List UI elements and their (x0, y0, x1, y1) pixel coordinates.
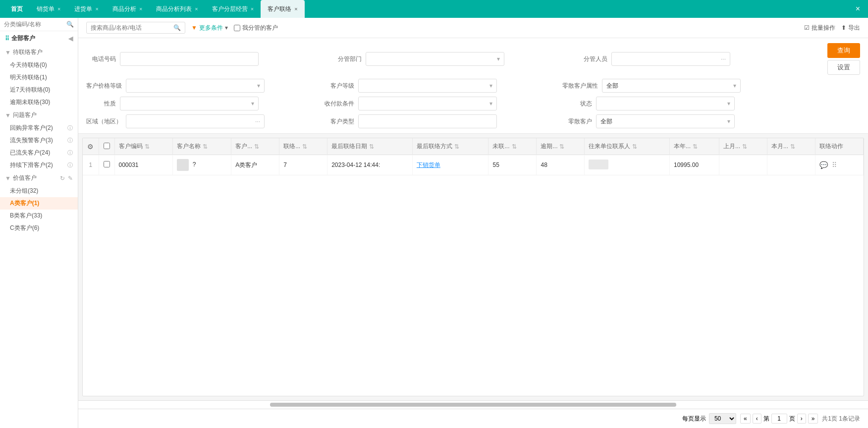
sidebar-item-churn-warning[interactable]: 流失预警客户(3) ⓘ (0, 134, 78, 147)
tab-analysis-list-close[interactable]: × (195, 6, 198, 12)
row-checkbox[interactable] (104, 161, 110, 167)
tab-sales[interactable]: 销货单 × (30, 0, 67, 18)
more-filters-btn[interactable]: ▼ 更多条件 ▾ (191, 24, 228, 32)
tab-customer-contact-close[interactable]: × (294, 6, 297, 12)
chat-icon[interactable]: 💬 (819, 161, 828, 169)
tab-customer-contact[interactable]: 客户联络 × (261, 0, 304, 18)
search-input[interactable] (91, 24, 171, 31)
col-contact-count[interactable]: 联络... ⇅ (279, 138, 327, 155)
filter-retail-attr-select[interactable]: 全部▾ (602, 79, 741, 93)
filter-region-input[interactable]: ··· (126, 114, 265, 128)
edit-icon[interactable]: ✎ (68, 175, 73, 182)
my-customers-checkbox[interactable] (234, 25, 240, 31)
col-current-month[interactable]: 本月... ⇅ (767, 138, 815, 155)
sort-icon-contact[interactable]: ⇅ (302, 143, 307, 150)
churn-warning-label: 流失预警客户(3) (10, 136, 53, 145)
col-customer-name[interactable]: 客户名称 ⇅ (173, 138, 231, 155)
sidebar-item-7days[interactable]: 近7天待联络(0) (0, 84, 78, 96)
sort-icon-overdue[interactable]: ⇅ (559, 143, 564, 150)
sidebar-search-input[interactable] (4, 21, 64, 28)
sidebar-item-today[interactable]: 今天待联络(0) (0, 59, 78, 71)
refresh-icon[interactable]: ↻ (60, 175, 65, 182)
filter-dept-select[interactable]: ▾ (366, 52, 504, 66)
col-method-label: 最后联络方式 (417, 142, 452, 151)
collapse-icon[interactable]: ◀ (68, 35, 73, 42)
tab-sales-close[interactable]: × (57, 6, 60, 12)
sidebar-item-declining[interactable]: 持续下滑客户(2) ⓘ (0, 159, 78, 171)
prev-page-btn[interactable]: ‹ (753, 414, 761, 424)
last-method-link[interactable]: 下销货单 (417, 161, 440, 168)
sort-icon-name[interactable]: ⇅ (203, 143, 208, 150)
filter-price-level-select[interactable]: ▾ (126, 79, 265, 93)
next-page-btn[interactable]: › (797, 414, 806, 424)
filter-status-select[interactable]: ▾ (596, 97, 735, 110)
col-overdue[interactable]: 逾期... ⇅ (537, 138, 585, 155)
col-contact-person[interactable]: 往来单位联系人 ⇅ (585, 138, 670, 155)
tab-analysis-list[interactable]: 商品分析列表 × (149, 0, 205, 18)
first-page-btn[interactable]: « (740, 414, 751, 424)
last-page-btn[interactable]: » (808, 414, 818, 424)
sort-icon-code[interactable]: ⇅ (145, 143, 150, 150)
group-value[interactable]: ▼ 价值客户 ↻ ✎ (0, 171, 78, 185)
horizontal-scrollbar[interactable] (270, 403, 676, 407)
sidebar-item-tomorrow[interactable]: 明天待联络(1) (0, 71, 78, 84)
sidebar-item-unclassified[interactable]: 未分组(32) (0, 185, 78, 197)
scrollbar-thumb[interactable] (270, 403, 676, 407)
sidebar-search-icon[interactable]: 🔍 (66, 21, 74, 28)
filter-payment-select[interactable]: ▾ (358, 97, 497, 110)
sort-icon-not-contacted[interactable]: ⇅ (512, 143, 517, 150)
tab-customer-tier[interactable]: 客户分层经营 × (205, 0, 261, 18)
sort-icon-date[interactable]: ⇅ (369, 143, 374, 150)
sort-icon-person[interactable]: ⇅ (632, 143, 637, 150)
filter-phone-input[interactable] (120, 52, 259, 66)
sidebar-item-overdue[interactable]: 逾期未联络(30) (0, 96, 78, 108)
tab-home[interactable]: 首页 (4, 0, 30, 18)
select-all-checkbox[interactable] (104, 143, 110, 149)
batch-op-btn[interactable]: ☑ 批量操作 (804, 24, 835, 32)
filter-retail-select[interactable]: 全部▾ (596, 114, 735, 128)
page-input[interactable] (771, 414, 787, 424)
sidebar-item-repurchase-anomaly[interactable]: 回购异常客户(2) ⓘ (0, 122, 78, 134)
sort-icon-month[interactable]: ⇅ (790, 143, 795, 150)
settings-button[interactable]: 设置 (827, 60, 860, 75)
col-customer-code[interactable]: 客户编码 ⇅ (114, 138, 173, 155)
tab-customer-tier-close[interactable]: × (251, 6, 254, 12)
sort-icon-year[interactable]: ⇅ (693, 143, 698, 150)
filter-customer-type-input[interactable] (358, 114, 497, 128)
all-customers-header[interactable]: ⠿ 全部客户 ◀ (0, 31, 78, 46)
col-last-month[interactable]: 上月... ⇅ (719, 138, 767, 155)
group-pending-contact[interactable]: ▼ 待联络客户 (0, 46, 78, 59)
col-customer-type[interactable]: 客户... ⇅ (231, 138, 279, 155)
col-current-year[interactable]: 本年... ⇅ (670, 138, 719, 155)
sort-icon-last-month[interactable]: ⇅ (742, 143, 747, 150)
query-button[interactable]: 查询 (827, 43, 860, 58)
col-gear[interactable]: ⚙ (83, 138, 99, 155)
tab-analysis-close[interactable]: × (139, 6, 142, 12)
tab-analysis[interactable]: 商品分析 × (106, 0, 149, 18)
col-last-contact-date[interactable]: 最后联络日期 ⇅ (327, 138, 413, 155)
gear-icon[interactable]: ⚙ (87, 143, 94, 151)
sidebar-item-c-class[interactable]: C类客户(6) (0, 222, 78, 234)
export-btn[interactable]: ⬆ 导出 (841, 24, 860, 32)
close-app-icon[interactable]: × (852, 4, 864, 13)
sort-icon-method[interactable]: ⇅ (454, 143, 459, 150)
filter-person-input[interactable]: ··· (611, 52, 730, 66)
sidebar-item-a-class[interactable]: A类客户(1) (0, 197, 78, 210)
tab-purchase[interactable]: 进货单 × (67, 0, 105, 18)
tab-purchase-close[interactable]: × (95, 6, 98, 12)
row-checkbox-cell[interactable] (99, 155, 114, 175)
group-problem[interactable]: ▼ 问题客户 (0, 108, 78, 122)
filter-customer-level-select[interactable]: ▾ (358, 79, 497, 93)
filter-nature-select[interactable]: ▾ (120, 97, 259, 110)
row-last-method[interactable]: 下销货单 (412, 155, 488, 175)
search-icon[interactable]: 🔍 (173, 24, 181, 31)
per-page-select[interactable]: 50 100 200 (709, 413, 736, 424)
col-last-contact-method[interactable]: 最后联络方式 ⇅ (412, 138, 488, 155)
sort-icon-type[interactable]: ⇅ (254, 143, 259, 150)
sidebar-item-churned[interactable]: 已流失客户(24) ⓘ (0, 147, 78, 159)
my-customers-toggle[interactable]: 我分管的客户 (234, 24, 278, 32)
sidebar-item-b-class[interactable]: B类客户(33) (0, 210, 78, 222)
qr-icon[interactable]: ⠿ (832, 161, 837, 169)
col-checkbox[interactable] (99, 138, 114, 155)
col-not-contacted[interactable]: 未联... ⇅ (488, 138, 537, 155)
